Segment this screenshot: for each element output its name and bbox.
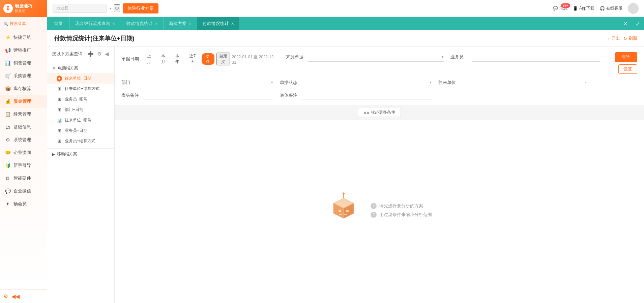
dept-select[interactable]: ▾: [143, 78, 273, 87]
date-more-btn[interactable]: 更多: [202, 53, 214, 65]
topbar: 地址栏 ▾ ⚙ 体验行业方案 💬 消息 99+ 📱 App下载 🎧 在线客服: [47, 0, 644, 17]
service-button[interactable]: 🎧 在线客服: [600, 5, 622, 11]
tab-receipt-stats[interactable]: 收款情况统计 ✕: [121, 17, 164, 30]
scheme-grid-icon: ⊞: [57, 107, 62, 113]
collapse-btn-label: 收起更多条件: [371, 110, 395, 115]
sidebar-item-label: 新手引导: [13, 162, 31, 169]
export-button[interactable]: ↑ 导出: [608, 35, 620, 41]
scheme-item-salesperson-date[interactable]: ⊞ 业务员+日期: [47, 125, 114, 136]
topbar-gear-button[interactable]: ⚙: [114, 4, 120, 12]
body-note-input[interactable]: [301, 91, 432, 99]
salesperson-more-icon[interactable]: ···: [603, 54, 608, 60]
collapse-conditions-button[interactable]: ∧∧ 收起更多条件: [358, 108, 401, 117]
source-select[interactable]: ▾: [308, 52, 444, 62]
app-download-button[interactable]: 📱 App下载: [573, 5, 594, 11]
tab-new-scheme-close-icon[interactable]: ✕: [188, 22, 192, 26]
page-actions: ↑ 导出 ↻ 刷新: [608, 35, 638, 41]
date-this-month-btn[interactable]: 本月: [157, 52, 169, 66]
add-scheme-button[interactable]: ➕: [87, 50, 94, 58]
sidebar-item-hardware[interactable]: 🖥 智能硬件: [0, 172, 47, 185]
scheme-settings-button[interactable]: ⚙: [96, 50, 102, 58]
scheme-item-partner-settlement[interactable]: ⊞ 往来单位+结算方式: [47, 84, 114, 94]
date-custom-btn[interactable]: 自定义: [216, 53, 230, 65]
sidebar-item-system[interactable]: ⚙ 系统管理: [0, 133, 47, 146]
date-last-month-btn[interactable]: 上月: [143, 52, 155, 66]
purchase-icon: 🛒: [5, 73, 11, 79]
operation-icon: 📋: [5, 111, 11, 117]
main-content: 地址栏 ▾ ⚙ 体验行业方案 💬 消息 99+ 📱 App下载 🎧 在线客服: [47, 0, 644, 303]
trial-button[interactable]: 体验行业方案: [123, 3, 158, 13]
message-button[interactable]: 💬 消息 99+: [553, 5, 567, 11]
scheme-item-partner-account[interactable]: 📊 往来单位+账号: [47, 115, 114, 125]
tab-receipt-stats-close-icon[interactable]: ✕: [155, 22, 158, 26]
cube-svg: [327, 191, 360, 225]
desktop-group-header[interactable]: ▼ 电脑端方案: [47, 63, 114, 73]
sidebar-item-marketing[interactable]: 📢 营销推广: [0, 44, 47, 57]
sidebar-item-sales[interactable]: 📊 销售管理: [0, 57, 47, 69]
mobile-group-header[interactable]: ▶ 移动端方案: [47, 148, 114, 160]
refresh-button[interactable]: ↻ 刷新: [623, 35, 637, 41]
page-title: 付款情况统计(往来单位+日期): [54, 34, 135, 42]
sidebar-item-inventory[interactable]: 📦 库存核算: [0, 82, 47, 95]
tab-receipt-stats-label: 收款情况统计: [126, 21, 153, 27]
scheme-item-salesperson-settlement[interactable]: ⊞ 业务员+结算方式: [47, 136, 114, 146]
sidebar-item-label: 基础信息: [13, 124, 31, 130]
sidebar-logo: 6 畅捷通巧 标准版: [0, 0, 47, 17]
sidebar-item-label: 经营管理: [13, 111, 31, 117]
sidebar-item-purchase[interactable]: 🛒 采购管理: [0, 69, 47, 82]
filter-actions: 查询 设置: [615, 52, 637, 74]
collapse-sidebar-button[interactable]: ◀◀: [11, 293, 20, 300]
marketing-icon: 📢: [5, 47, 11, 53]
date-this-year-btn[interactable]: 本年: [171, 52, 183, 66]
scheme-panel-header: 按以下方案查询 ➕ ⚙ ◀: [47, 47, 114, 61]
date-7days-btn[interactable]: 近7天: [185, 52, 199, 66]
tab-bank-flow-close-icon[interactable]: ✕: [112, 22, 115, 26]
empty-text-group: 1 请先选择要分析的方案 2 用过滤条件来缩小分析范围: [371, 203, 432, 220]
logo-title: 畅捷通巧: [15, 3, 32, 9]
service-label: 在线客服: [606, 5, 622, 11]
tab-bank-flow[interactable]: 现金银行流水查询 ✕: [70, 17, 121, 30]
filter-source-item: 来源单据 ▾: [286, 52, 444, 62]
headset-icon: 🎧: [600, 6, 605, 11]
scheme-grid-icon: ⊞: [57, 97, 62, 102]
sidebar-item-wechat[interactable]: 💬 企业微信: [0, 185, 47, 198]
sidebar-item-guide[interactable]: 🔰 新手引导: [0, 159, 47, 172]
tab-payment-stats[interactable]: 付款情况统计 ✕: [197, 17, 240, 30]
tab-new-scheme[interactable]: 新建方案 ✕: [164, 17, 197, 30]
sidebar-item-label: 库存核算: [13, 86, 31, 92]
scheme-item-dept-date[interactable]: ⊞ 部门+日期: [47, 104, 114, 115]
mobile-group-label: 移动端方案: [57, 151, 77, 157]
scheme-item-salesperson-account[interactable]: ⊞ 业务员+账号: [47, 94, 114, 104]
tab-payment-stats-close-icon[interactable]: ✕: [231, 22, 234, 26]
filter-settings-button[interactable]: 设置: [618, 64, 637, 74]
header-note-input[interactable]: [143, 91, 273, 99]
topbar-left: 地址栏 ▾ ⚙ 体验行业方案: [53, 3, 550, 13]
sidebar-item-enterprise[interactable]: 🤝 企业协同: [0, 146, 47, 159]
search-menu-button[interactable]: 🔍 搜索菜单: [3, 20, 43, 28]
query-button[interactable]: 查询: [615, 52, 637, 62]
maximize-button[interactable]: ⤢: [632, 17, 644, 30]
settings-gear-button[interactable]: ⚙: [3, 293, 8, 300]
step-1-number: 1: [371, 203, 377, 209]
partner-more-icon[interactable]: ···: [585, 80, 590, 86]
step-2-text: 用过滤条件来缩小分析范围: [379, 212, 432, 218]
sidebar-item-operation[interactable]: 📋 经营管理: [0, 108, 47, 121]
filter-status-item: 单据状态 ▾: [280, 78, 432, 87]
sales-icon: 📊: [5, 60, 11, 66]
scheme-item-partner-date[interactable]: 往来单位+日期: [47, 73, 114, 84]
tab-home[interactable]: 首页: [47, 17, 70, 30]
sidebar-item-quick-nav[interactable]: ⚡ 快捷导航: [0, 31, 47, 44]
svg-rect-6: [344, 214, 347, 215]
status-select[interactable]: ▾: [301, 78, 432, 87]
tab-home-label: 首页: [54, 21, 63, 27]
collapse-panel-button[interactable]: ◀: [104, 50, 110, 58]
sidebar-item-member[interactable]: ✦ 畅会员: [0, 198, 47, 210]
empty-illustration: [327, 191, 360, 225]
page-content: 付款情况统计(往来单位+日期) ↑ 导出 ↻ 刷新 按以下方案查询 ➕: [47, 30, 644, 303]
app-icon: 📱: [573, 6, 578, 11]
address-chevron-icon[interactable]: ▾: [109, 6, 111, 11]
avatar[interactable]: [628, 3, 639, 14]
sidebar-item-fund[interactable]: 💰 资金管理: [0, 95, 47, 108]
close-all-tabs-button[interactable]: ✕: [619, 17, 632, 30]
sidebar-item-basic[interactable]: 🗂 基础信息: [0, 121, 47, 133]
